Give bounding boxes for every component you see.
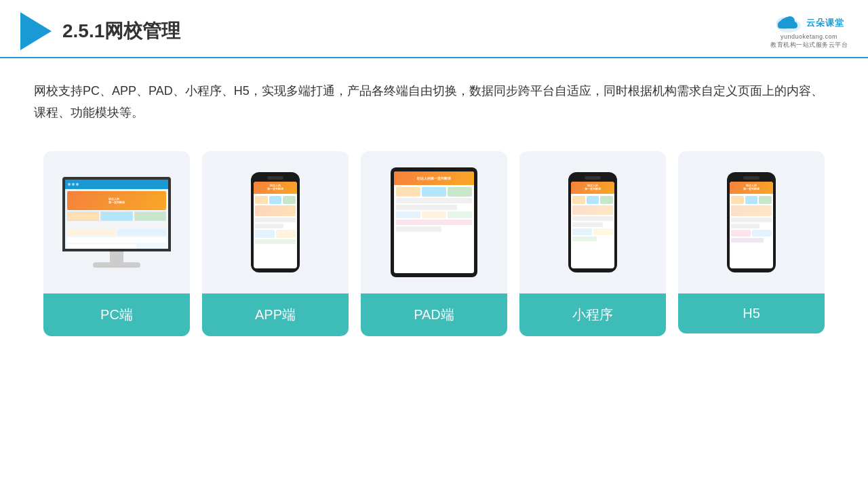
card-miniprogram[interactable]: 职达人的第一堂判断课: [519, 151, 666, 336]
cards-container: 职达人的第一堂判断课: [34, 151, 834, 336]
phone-h5-icon: 职达人的第一堂判断课: [727, 172, 776, 272]
svg-point-3: [785, 16, 795, 26]
phone-miniprogram-icon: 职达人的第一堂判断课: [568, 172, 617, 272]
card-pc-image: 职达人的第一堂判断课: [43, 151, 190, 293]
pc-monitor-icon: 职达人的第一堂判断课: [62, 177, 171, 268]
logo-url: yunduoketang.com: [781, 33, 837, 40]
description-text: 网校支持PC、APP、PAD、小程序、H5，实现多端打通，产品各终端自由切换，数…: [34, 80, 834, 124]
card-h5-image: 职达人的第一堂判断课: [678, 151, 825, 293]
card-pad-label: PAD端: [361, 293, 507, 336]
cloud-logo-container: 云朵课堂: [774, 14, 844, 33]
header-left: 2.5.1网校管理: [20, 12, 180, 50]
card-pc[interactable]: 职达人的第一堂判断课: [43, 151, 190, 336]
main-content: 网校支持PC、APP、PAD、小程序、H5，实现多端打通，产品各终端自由切换，数…: [0, 58, 868, 350]
page-header: 2.5.1网校管理 云朵课堂 yunduoketang.com 教育机构一站式服…: [0, 0, 868, 58]
card-h5[interactable]: 职达人的第一堂判断课: [678, 151, 825, 333]
page-title: 2.5.1网校管理: [62, 18, 180, 44]
card-app[interactable]: 职达人的第一堂判断课: [202, 151, 349, 336]
card-miniprogram-label: 小程序: [519, 293, 666, 336]
card-pc-label: PC端: [43, 293, 190, 336]
card-app-image: 职达人的第一堂判断课: [202, 151, 349, 293]
card-app-label: APP端: [202, 293, 349, 336]
logo-text: 云朵课堂: [806, 17, 844, 29]
card-miniprogram-image: 职达人的第一堂判断课: [519, 151, 666, 293]
card-h5-label: H5: [678, 293, 825, 333]
card-pad-image: 职达人的第一堂判断课: [361, 151, 507, 293]
brand-logo: 云朵课堂 yunduoketang.com 教育机构一站式服务云平台: [770, 14, 848, 49]
cloud-icon: [774, 14, 804, 33]
phone-app-icon: 职达人的第一堂判断课: [251, 172, 300, 272]
logo-tagline: 教育机构一站式服务云平台: [770, 41, 848, 49]
brand-triangle-icon: [20, 12, 52, 50]
card-pad[interactable]: 职达人的第一堂判断课: [361, 151, 507, 336]
tablet-pad-icon: 职达人的第一堂判断课: [391, 167, 477, 277]
